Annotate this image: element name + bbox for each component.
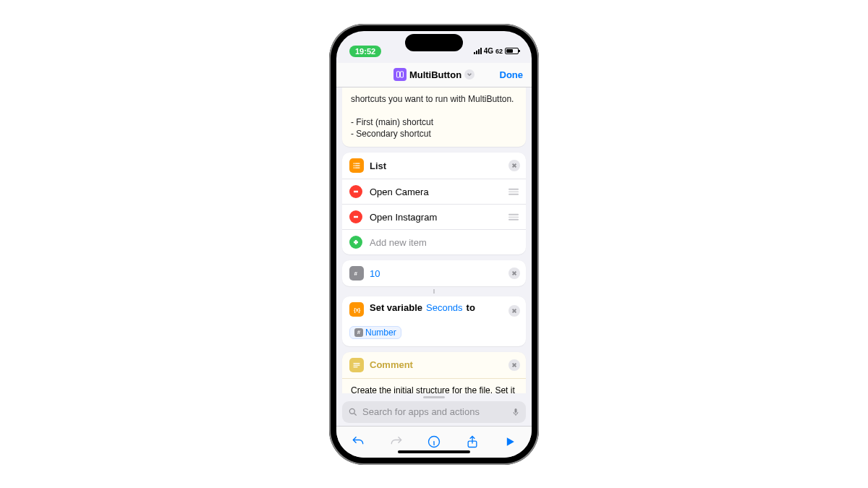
add-item-button[interactable] xyxy=(349,236,362,249)
number-action-card[interactable]: # 10 xyxy=(342,260,526,286)
list-item-row[interactable]: Open Camera xyxy=(342,179,526,204)
remove-item-button[interactable] xyxy=(349,185,362,198)
share-button[interactable] xyxy=(464,433,481,450)
token-label: Number xyxy=(365,328,396,338)
shortcut-app-icon xyxy=(393,68,407,81)
delete-action-button[interactable] xyxy=(509,305,520,317)
battery-percent: 62 xyxy=(495,48,503,55)
shortcut-title-button[interactable]: MultiButton xyxy=(393,68,475,81)
status-right: 4G 62 xyxy=(474,47,519,55)
battery-icon xyxy=(505,48,519,54)
drag-handle-icon[interactable] xyxy=(509,189,519,195)
status-time: 19:52 xyxy=(349,46,381,57)
svg-text:{x}: {x} xyxy=(354,307,361,313)
svg-rect-1 xyxy=(400,72,403,77)
remove-item-button[interactable] xyxy=(349,210,362,223)
delete-action-button[interactable] xyxy=(509,267,520,279)
add-item-row[interactable]: Add new item xyxy=(342,229,526,254)
list-title: List xyxy=(370,160,386,171)
number-icon: # xyxy=(349,266,364,281)
sheet-grabber[interactable] xyxy=(423,396,445,398)
done-button[interactable]: Done xyxy=(475,69,523,80)
set-variable-action-card[interactable]: {x} Set variable Seconds to # Number xyxy=(342,296,526,346)
dynamic-island xyxy=(405,34,463,51)
intro-text-tail: shortcuts you want to run with MultiButt… xyxy=(351,93,517,105)
network-label: 4G xyxy=(484,47,493,55)
redo-button[interactable] xyxy=(388,433,405,450)
nav-title-label: MultiButton xyxy=(409,69,461,80)
variable-icon: {x} xyxy=(349,302,364,317)
comment-title: Comment xyxy=(370,359,413,370)
search-placeholder: Search for apps and actions xyxy=(362,406,480,417)
list-item-label[interactable]: Open Camera xyxy=(370,187,429,197)
svg-rect-5 xyxy=(515,408,517,413)
mic-icon[interactable] xyxy=(511,406,520,418)
chevron-down-icon xyxy=(464,69,475,80)
delete-action-button[interactable] xyxy=(509,160,520,171)
info-button[interactable] xyxy=(425,433,443,450)
intro-comment-card: shortcuts you want to run with MultiButt… xyxy=(342,87,526,147)
drag-handle-icon[interactable] xyxy=(509,214,519,221)
workflow-canvas[interactable]: shortcuts you want to run with MultiButt… xyxy=(336,87,532,393)
comment-body[interactable]: Create the initial structure for the fil… xyxy=(342,378,526,393)
intro-bullet-2: - Secondary shortcut xyxy=(351,128,517,140)
svg-point-4 xyxy=(349,408,354,414)
flow-connector xyxy=(342,289,526,294)
run-button[interactable] xyxy=(501,433,519,450)
home-indicator[interactable] xyxy=(398,450,470,453)
device-frame: 19:52 4G 62 MultiButton Done xyxy=(329,24,539,465)
screen: 19:52 4G 62 MultiButton Done xyxy=(336,31,532,458)
list-item-row[interactable]: Open Instagram xyxy=(342,204,526,229)
hash-icon: # xyxy=(354,328,363,337)
variable-name[interactable]: Seconds xyxy=(426,302,463,313)
undo-button[interactable] xyxy=(349,433,367,450)
svg-text:#: # xyxy=(354,270,358,277)
number-value[interactable]: 10 xyxy=(370,268,380,279)
list-icon xyxy=(349,158,364,173)
search-icon xyxy=(348,407,358,417)
delete-action-button[interactable] xyxy=(509,359,520,371)
search-input[interactable]: Search for apps and actions xyxy=(342,401,526,423)
setvar-to: to xyxy=(467,302,475,313)
svg-rect-0 xyxy=(396,72,399,77)
add-item-placeholder: Add new item xyxy=(370,237,427,248)
variable-input-token[interactable]: # Number xyxy=(349,326,401,339)
intro-bullet-1: - First (main) shortcut xyxy=(351,116,517,128)
comment-action-card[interactable]: Comment Create the initial structure for… xyxy=(342,352,526,393)
list-item-label[interactable]: Open Instagram xyxy=(370,212,437,223)
nav-bar: MultiButton Done xyxy=(336,63,532,87)
signal-icon xyxy=(474,48,482,54)
setvar-prefix: Set variable xyxy=(370,302,422,313)
action-search-sheet[interactable]: Search for apps and actions xyxy=(336,393,532,426)
list-action-card[interactable]: List Open Camera Open Instagram xyxy=(342,153,526,254)
comment-icon xyxy=(349,358,364,372)
